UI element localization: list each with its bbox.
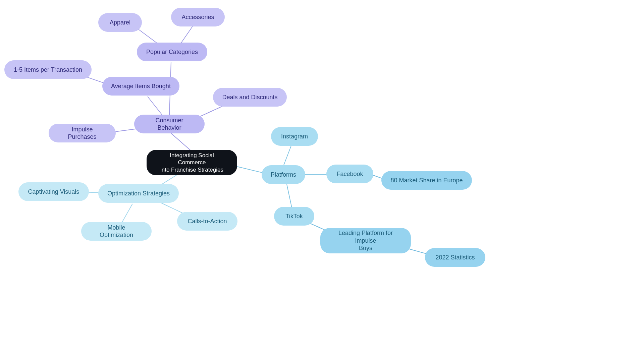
deals-discounts-node[interactable]: Deals and Discounts: [213, 88, 287, 107]
facebook-node[interactable]: Facebook: [326, 165, 373, 183]
optimization-node[interactable]: Optimization Strategies: [98, 184, 179, 203]
items-per-transaction-node[interactable]: 1-5 Items per Transaction: [4, 60, 92, 79]
apparel-node[interactable]: Apparel: [98, 13, 142, 32]
avg-items-node[interactable]: Average Items Bought: [102, 77, 179, 96]
svg-line-12: [237, 167, 265, 173]
svg-line-3: [148, 97, 163, 116]
impulse-purchases-node[interactable]: Impulse Purchases: [49, 124, 116, 142]
captivating-visuals-node[interactable]: Captivating Visuals: [18, 182, 89, 201]
svg-line-0: [170, 132, 192, 152]
svg-line-10: [121, 204, 132, 225]
facebook-share-node[interactable]: 80 Market Share in Europe: [381, 171, 472, 190]
popular-categories-node[interactable]: Popular Categories: [137, 43, 207, 61]
cta-node[interactable]: Calls-to-Action: [177, 212, 237, 231]
mobile-optimization-node[interactable]: Mobile Optimization: [81, 222, 152, 241]
consumer-behavior-node[interactable]: Consumer Behavior: [134, 115, 205, 133]
instagram-node[interactable]: Instagram: [271, 127, 318, 146]
tiktok-stat-node[interactable]: 2022 Statistics: [425, 248, 485, 267]
tiktok-node[interactable]: TikTok: [274, 207, 314, 226]
accessories-node[interactable]: Accessories: [171, 8, 225, 26]
root-node[interactable]: Integrating Social Commerce into Franchi…: [147, 150, 237, 175]
svg-line-16: [287, 184, 292, 208]
platforms-node[interactable]: Platforms: [262, 165, 305, 184]
svg-line-13: [283, 144, 292, 166]
mindmap-canvas: Integrating Social Commerce into Franchi…: [0, 0, 644, 363]
edge-layer: [0, 0, 644, 363]
tiktok-impulse-node[interactable]: Leading Platform for Impulse Buys: [320, 228, 411, 253]
